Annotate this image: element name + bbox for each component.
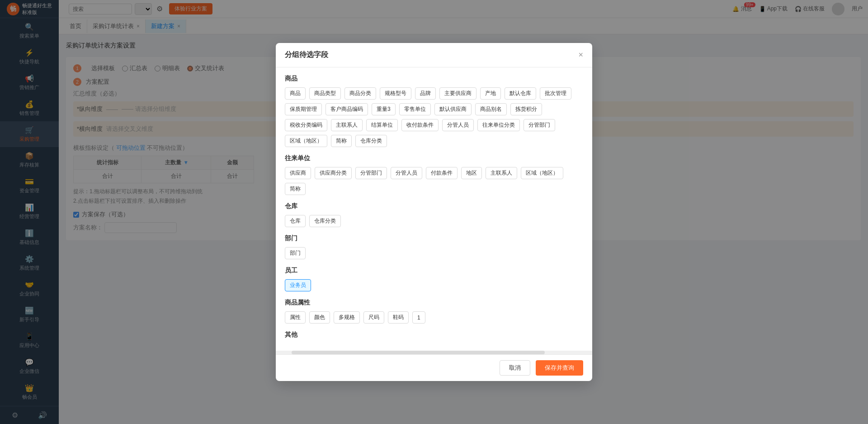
tag-1-6[interactable]: 主联系人	[486, 167, 517, 179]
tag-grid-4: 业务员	[285, 279, 583, 291]
tag-5-4[interactable]: 鞋码	[388, 311, 409, 324]
tag-1-7[interactable]: 区域（地区）	[521, 167, 563, 179]
tag-grid-0: 商品商品类型商品分类规格型号品牌主要供应商产地默认仓库批次管理保质期管理客户商品…	[285, 87, 583, 147]
section-title-6: 其他	[285, 331, 583, 339]
tag-1-1[interactable]: 供应商分类	[315, 167, 352, 179]
tag-grid-2: 仓库仓库分类	[285, 215, 583, 227]
tag-grid-1: 供应商供应商分类分管部门分管人员付款条件地区主联系人区域（地区）简称	[285, 167, 583, 195]
section-title-0: 商品	[285, 75, 583, 83]
tag-5-1[interactable]: 颜色	[309, 311, 330, 324]
tag-5-2[interactable]: 多规格	[334, 311, 360, 324]
tag-0-11[interactable]: 重量3	[372, 103, 396, 115]
tag-0-5[interactable]: 主要供应商	[439, 87, 476, 100]
modal-overlay: 分组待选字段 × 商品商品商品类型商品分类规格型号品牌主要供应商产地默认仓库批次…	[0, 0, 868, 424]
tag-0-13[interactable]: 默认供应商	[434, 103, 472, 115]
tag-0-10[interactable]: 客户商品编码	[326, 103, 368, 115]
tag-4-0[interactable]: 业务员	[285, 279, 311, 291]
tag-1-2[interactable]: 分管部门	[355, 167, 387, 179]
tag-5-5[interactable]: 1	[412, 311, 425, 324]
section-title-3: 部门	[285, 234, 583, 243]
section-title-2: 仓库	[285, 202, 583, 210]
modal-title: 分组待选字段	[285, 50, 328, 60]
tag-2-0[interactable]: 仓库	[285, 215, 306, 227]
tag-0-1[interactable]: 商品类型	[309, 87, 341, 100]
tag-grid-3: 部门	[285, 247, 583, 259]
tag-1-3[interactable]: 分管人员	[391, 167, 422, 179]
tag-2-1[interactable]: 仓库分类	[309, 215, 341, 227]
tag-1-5[interactable]: 地区	[461, 167, 482, 179]
tag-0-22[interactable]: 分管部门	[524, 119, 555, 131]
tag-grid-5: 属性颜色多规格尺码鞋码1	[285, 311, 583, 324]
tag-0-4[interactable]: 品牌	[415, 87, 436, 100]
tag-0-20[interactable]: 分管人员	[442, 119, 474, 131]
tag-0-21[interactable]: 往来单位分类	[477, 119, 520, 131]
tag-5-3[interactable]: 尺码	[363, 311, 384, 324]
modal-horizontal-scrollbar[interactable]	[276, 351, 592, 354]
tag-0-23[interactable]: 区域（地区）	[285, 135, 327, 147]
tag-0-16[interactable]: 税收分类编码	[285, 119, 327, 131]
tag-3-0[interactable]: 部门	[285, 247, 306, 259]
tag-0-17[interactable]: 主联系人	[331, 119, 363, 131]
tag-0-18[interactable]: 结算单位	[366, 119, 398, 131]
section-title-5: 商品属性	[285, 299, 583, 307]
section-title-1: 往来单位	[285, 154, 583, 162]
tag-0-3[interactable]: 规格型号	[380, 87, 411, 100]
modal-body: 商品商品商品类型商品分类规格型号品牌主要供应商产地默认仓库批次管理保质期管理客户…	[276, 67, 592, 351]
tag-0-14[interactable]: 商品别名	[475, 103, 507, 115]
tag-0-7[interactable]: 默认仓库	[505, 87, 536, 100]
modal-dialog: 分组待选字段 × 商品商品商品类型商品分类规格型号品牌主要供应商产地默认仓库批次…	[276, 43, 592, 381]
modal-scroll-thumb	[292, 351, 545, 354]
save-query-button[interactable]: 保存并查询	[536, 360, 583, 376]
cancel-button[interactable]: 取消	[500, 360, 530, 376]
tag-0-12[interactable]: 零售单位	[399, 103, 431, 115]
tag-1-8[interactable]: 简称	[285, 183, 306, 195]
modal-footer: 取消 保存并查询	[276, 354, 592, 381]
tag-0-6[interactable]: 产地	[480, 87, 501, 100]
tag-1-0[interactable]: 供应商	[285, 167, 311, 179]
tag-0-2[interactable]: 商品分类	[344, 87, 376, 100]
tag-0-24[interactable]: 简称	[331, 135, 352, 147]
tag-0-19[interactable]: 收付款条件	[401, 119, 439, 131]
tag-0-9[interactable]: 保质期管理	[285, 103, 322, 115]
modal-close-button[interactable]: ×	[578, 50, 583, 60]
tag-0-15[interactable]: 拣货积分	[510, 103, 542, 115]
tag-0-25[interactable]: 仓库分类	[355, 135, 387, 147]
tag-0-0[interactable]: 商品	[285, 87, 306, 100]
tag-0-8[interactable]: 批次管理	[540, 87, 571, 100]
modal-header: 分组待选字段 ×	[276, 43, 592, 67]
tag-1-4[interactable]: 付款条件	[426, 167, 458, 179]
tag-5-0[interactable]: 属性	[285, 311, 306, 324]
section-title-4: 员工	[285, 267, 583, 275]
